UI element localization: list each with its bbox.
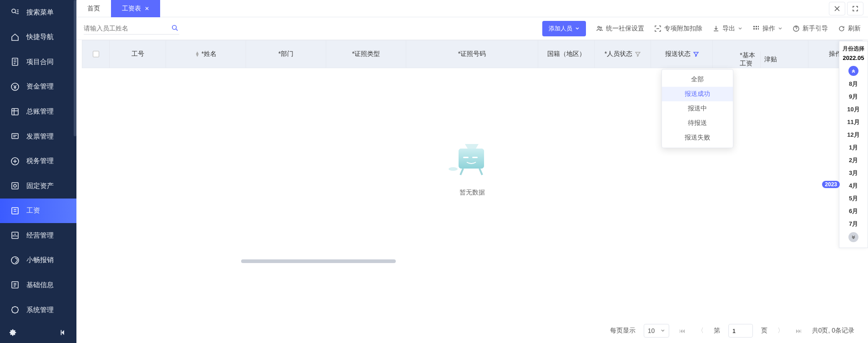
month-item[interactable]: 7月 [839,218,868,230]
page-summary: 共0页, 0条记录 [812,327,854,335]
collapse-icon[interactable] [59,328,67,337]
svg-point-7 [14,184,16,187]
grid-icon [752,25,760,32]
month-item[interactable]: 3月 [839,167,868,179]
filter-icon[interactable] [635,51,641,57]
th-idnum[interactable]: *证照号码 [406,40,538,68]
tab-label: 工资表 [122,5,141,13]
month-scroll-down[interactable] [848,232,858,242]
link-label: 导出 [722,25,735,33]
sidebar-item-asset[interactable]: 固定资产 [0,174,76,199]
pager-last[interactable]: ⏭ [794,327,804,334]
sidebar-item-manage[interactable]: 经营管理 [0,223,76,248]
svg-rect-16 [753,26,755,27]
svg-point-15 [600,27,601,28]
pagination: 每页显示 10 ⏮ 〈 第 页 〉 ⏭ 共0页, 0条记录 [76,318,868,343]
th-dept[interactable]: *部门 [246,40,326,68]
sidebar-item-funds[interactable]: 资金管理 [0,75,76,99]
th-basic[interactable]: *基本工资 [740,51,761,68]
page-input[interactable] [728,324,753,338]
th-report[interactable]: 报送状态 [651,40,713,68]
close-icon[interactable]: ✕ [145,5,149,12]
svg-point-13 [172,25,177,30]
scrollbar-thumb[interactable] [241,259,396,263]
sidebar-item-quick-nav[interactable]: 快捷导航 [0,25,76,50]
month-item[interactable]: 4月 [839,179,868,192]
social-settings-link[interactable]: 统一社保设置 [596,25,644,33]
tabbar: 首页 工资表 ✕ [76,0,868,17]
sidebar-label: 经营管理 [26,231,54,240]
asset-icon [10,181,20,191]
deduct-link[interactable]: 专项附加扣除 [654,25,702,33]
settings-icon[interactable] [9,328,17,337]
sidebar-item-system[interactable]: 系统管理 [0,298,76,323]
pager-first[interactable]: ⏮ [677,327,687,334]
month-item[interactable]: 2月 [839,154,868,167]
th-name[interactable]: ▲▼*姓名 [166,40,246,68]
sort-icon[interactable]: ▲▼ [195,51,200,57]
help-icon [792,25,800,32]
sidebar-label: 总账管理 [26,107,54,116]
export-link[interactable]: 导出 [712,25,742,33]
per-page-select[interactable]: 10 [644,324,669,338]
pager-prev[interactable]: 〈 [696,327,706,335]
guide-link[interactable]: 新手引导 [792,25,828,33]
tab-salary[interactable]: 工资表 ✕ [111,0,160,17]
tabbar-close-button[interactable] [829,2,845,15]
sidebar-item-ledger[interactable]: 总账管理 [0,99,76,124]
tabbar-expand-button[interactable] [847,2,863,15]
sidebar-item-contract[interactable]: 项目合同 [0,50,76,75]
th-salary-group: *基本工资 津贴 [713,40,808,68]
page-post-label: 页 [761,327,767,335]
month-item[interactable]: 12月 [839,129,868,141]
sidebar-item-search-menu[interactable]: 搜索菜单 [0,0,76,25]
month-panel-current: 2022.05 [839,55,868,64]
month-item[interactable]: 10月 [839,103,868,116]
svg-rect-21 [758,28,759,30]
svg-rect-26 [472,157,478,158]
sidebar-item-tax[interactable]: 税务管理 [0,149,76,174]
empty-state: 暂无数据 [82,68,863,259]
svg-rect-4 [12,134,18,139]
filter-option[interactable]: 待报送 [662,116,733,130]
select-all-checkbox[interactable] [93,51,99,57]
th-id[interactable]: 工号 [110,40,166,68]
month-item[interactable]: 1月 [839,141,868,154]
tab-home[interactable]: 首页 [76,0,111,17]
refresh-link[interactable]: 刷新 [838,25,861,33]
add-person-button[interactable]: 添加人员 [542,21,586,36]
sidebar-item-salary[interactable]: 工资 [0,199,76,224]
sidebar-item-reimburse[interactable]: 小畅报销 [0,248,76,273]
search-icon[interactable] [171,24,179,32]
link-label: 新手引导 [802,25,828,33]
svg-rect-20 [756,28,757,30]
users-icon [596,25,603,32]
search-input[interactable] [84,25,171,32]
invoice-icon [10,131,20,141]
month-item[interactable]: 11月 [839,116,868,129]
horizontal-scrollbar[interactable] [82,259,863,263]
th-status[interactable]: *人员状态 [595,40,651,68]
pager-next[interactable]: 〉 [776,327,786,335]
month-item[interactable]: 6月 [839,205,868,218]
month-item[interactable]: 8月 [839,78,868,90]
filter-icon[interactable] [693,51,699,57]
month-item[interactable]: 9月 [839,90,868,103]
month-item[interactable]: 5月 [839,192,868,205]
sidebar-item-info[interactable]: 基础信息 [0,273,76,298]
filter-option[interactable]: 报送成功 [662,87,733,101]
month-scroll-up[interactable] [848,66,858,76]
filter-option[interactable]: 报送失败 [662,130,733,145]
sidebar-label: 工资 [26,206,40,215]
sidebar-item-invoice[interactable]: 发票管理 [0,124,76,149]
filter-option[interactable]: 报送中 [662,101,733,116]
th-nation[interactable]: 国籍（地区） [538,40,595,68]
svg-point-27 [449,167,458,171]
operate-link[interactable]: 操作 [752,25,782,33]
th-allow[interactable]: 津贴 [761,51,781,68]
per-page-label: 每页显示 [610,327,636,335]
filter-option[interactable]: 全部 [662,72,733,87]
th-idtype[interactable]: *证照类型 [326,40,406,68]
sidebar-label: 项目合同 [26,58,54,66]
search-list-icon [10,7,20,17]
